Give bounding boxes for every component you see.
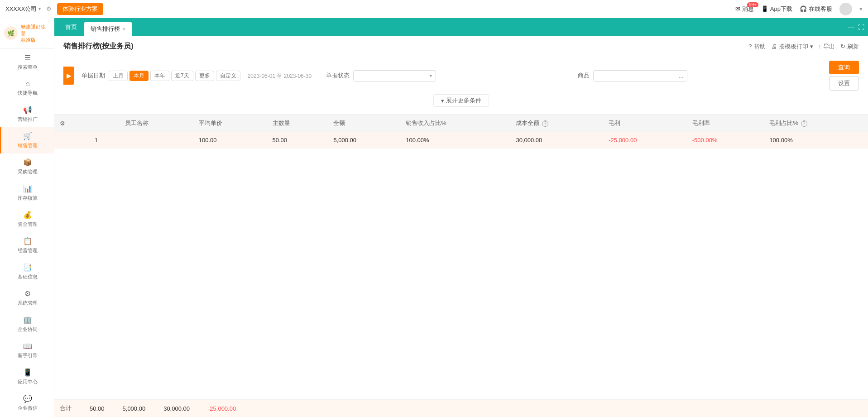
main-container: 🌿 畅康通好生意 标准版 ☰ 搜索菜单 ⌂ 快捷导航 📢 营销推广 🛒 销售管理…	[0, 18, 868, 417]
sidebar-item-sales[interactable]: 🛒 销售管理	[0, 127, 54, 153]
col-gross: 毛利	[603, 115, 687, 132]
data-table-wrap: ⚙ 员工名称 平均单价 主数量 全额 销售收入占比% 成本全额 ? 毛利 毛利率…	[54, 115, 868, 399]
col-cost: 成本全额 ?	[510, 115, 603, 132]
print-label: 按模板打印	[779, 43, 808, 51]
page-header: 销售排行榜(按业务员) ? 帮助 🖨 按模板打印 ▾ ↑ 导出	[54, 36, 868, 55]
tab-bar: 首页 销售排行榜 × — ⛶	[54, 18, 868, 36]
date-btn-custom[interactable]: 自定义	[216, 71, 240, 81]
tab-sales-ranking[interactable]: 销售排行榜 ×	[84, 22, 132, 36]
company-name: XXXXX公司	[5, 5, 37, 13]
question-icon: ?	[748, 43, 752, 50]
cell-cost: 30,000.00	[510, 132, 603, 149]
date-btn-more[interactable]: 更多	[195, 71, 214, 81]
footer-label: 合计	[60, 404, 72, 412]
cell-qty: 50.00	[267, 132, 328, 149]
status-dropdown-icon: ▾	[430, 73, 432, 78]
date-btn-current-month[interactable]: 本月	[129, 71, 149, 81]
refresh-label: 刷新	[847, 43, 859, 51]
print-icon: 🖨	[771, 43, 777, 50]
table-footer: 合计 50.00 5,000.00 30,000.00 -25,000.00	[54, 399, 868, 417]
sidebar: 🌿 畅康通好生意 标准版 ☰ 搜索菜单 ⌂ 快捷导航 📢 营销推广 🛒 销售管理…	[0, 18, 54, 417]
app-download-button[interactable]: 📱 App下载	[761, 5, 792, 13]
header-actions: ? 帮助 🖨 按模板打印 ▾ ↑ 导出 ↻ 刷新	[748, 43, 859, 51]
print-button[interactable]: 🖨 按模板打印 ▾	[771, 43, 813, 51]
sidebar-item-marketing[interactable]: 📢 营销推广	[0, 101, 54, 127]
sidebar-item-label: 资金管理	[18, 221, 38, 228]
cell-avg-price: 100.00	[193, 132, 267, 149]
app-download-label: App下载	[770, 5, 792, 13]
sidebar-item-label: 企业协同	[18, 326, 38, 333]
sidebar-item-label: 系统管理	[18, 300, 38, 307]
chevron-down-icon: ▾	[38, 6, 41, 11]
sidebar-item-guide[interactable]: 📖 新手引导	[0, 337, 54, 364]
avatar[interactable]	[839, 3, 852, 15]
minimize-icon[interactable]: —	[848, 24, 854, 31]
filter-collapse-button[interactable]: ▶	[63, 67, 74, 85]
sidebar-item-inventory[interactable]: 📊 库存核算	[0, 180, 54, 206]
sidebar-item-basic-info[interactable]: 📑 基础信息	[0, 259, 54, 285]
cell-gross-rate: -500.00%	[687, 132, 764, 149]
date-btn-prev-month[interactable]: 上月	[109, 71, 128, 81]
goods-ellipsis[interactable]: ...	[679, 72, 684, 79]
enterprise-icon: 🏢	[23, 316, 32, 324]
message-button[interactable]: ✉ 消息 99+	[735, 5, 754, 13]
cell-settings	[54, 132, 89, 149]
tab-home[interactable]: 首页	[58, 18, 84, 36]
wechat-icon: 💬	[23, 394, 32, 403]
col-qty: 主数量	[267, 115, 328, 132]
sidebar-item-label: 新手引导	[18, 352, 38, 359]
footer-amount: 5,000.00	[123, 405, 146, 412]
sidebar-item-wechat[interactable]: 💬 企业微信	[0, 390, 54, 416]
sidebar-item-quick-nav[interactable]: ⌂ 快捷导航	[0, 75, 54, 101]
settings-col-icon: ⚙	[60, 120, 65, 127]
operation-icon: 📋	[23, 237, 32, 245]
sidebar-logo: 🌿 畅康通好生意 标准版	[0, 18, 54, 49]
trial-button[interactable]: 体验行业方案	[57, 3, 103, 15]
help-label: 帮助	[754, 43, 766, 51]
col-name: 员工名称	[120, 115, 193, 132]
sidebar-item-finance[interactable]: 💰 资金管理	[0, 206, 54, 232]
company-selector[interactable]: XXXXX公司 ▾	[5, 5, 41, 13]
goods-input-wrap[interactable]: ...	[593, 70, 688, 81]
gear-icon[interactable]: ⚙	[46, 5, 52, 12]
sidebar-item-operation[interactable]: 📋 经营管理	[0, 232, 54, 259]
sales-icon: 🛒	[23, 132, 32, 140]
settings-button[interactable]: 设置	[829, 76, 859, 91]
expand-label: 展开更多条件	[446, 96, 481, 105]
logo-text: 畅康通好生意 标准版	[21, 24, 50, 43]
cost-info-icon[interactable]: ?	[542, 120, 548, 127]
date-btn-7days[interactable]: 近7天	[171, 71, 193, 81]
gross-pct-info-icon[interactable]: ?	[801, 120, 807, 127]
finance-icon: 💰	[23, 211, 32, 219]
inventory-icon: 📊	[23, 184, 32, 193]
cell-sales-pct: 100.00%	[400, 132, 510, 149]
sidebar-item-label: 应用中心	[18, 379, 38, 385]
help-button[interactable]: ? 帮助	[748, 43, 765, 51]
export-button[interactable]: ↑ 导出	[819, 43, 835, 51]
query-button[interactable]: 查询	[829, 61, 859, 74]
close-icon[interactable]: ×	[123, 26, 125, 32]
status-input[interactable]	[357, 72, 430, 79]
sidebar-item-label: 库存核算	[18, 195, 38, 201]
expand-conditions-button[interactable]: ▾ 展开更多条件	[433, 94, 489, 107]
date-btn-current-year[interactable]: 本年	[150, 71, 169, 81]
svg-text:🌿: 🌿	[7, 30, 15, 37]
cell-rank: 1	[89, 132, 120, 149]
sidebar-item-label: 采购管理	[18, 168, 38, 175]
sidebar-item-search-order[interactable]: ☰ 搜索菜单	[0, 49, 54, 75]
col-settings[interactable]: ⚙	[54, 115, 89, 132]
sidebar-item-system[interactable]: ⚙ 系统管理	[0, 285, 54, 311]
col-rank	[89, 115, 120, 132]
goods-input[interactable]	[597, 72, 679, 79]
status-input-wrap[interactable]: ▾	[353, 70, 436, 81]
table-header-row: ⚙ 员工名称 平均单价 主数量 全额 销售收入占比% 成本全额 ? 毛利 毛利率…	[54, 115, 868, 132]
refresh-button[interactable]: ↻ 刷新	[840, 43, 859, 51]
sidebar-item-purchase[interactable]: 📦 采购管理	[0, 153, 54, 180]
sidebar-item-enterprise[interactable]: 🏢 企业协同	[0, 311, 54, 337]
table-row[interactable]: 1 100.00 50.00 5,000.00 100.00% 30,000.0…	[54, 132, 868, 149]
page-content: 销售排行榜(按业务员) ? 帮助 🖨 按模板打印 ▾ ↑ 导出	[54, 36, 868, 417]
maximize-icon[interactable]: ⛶	[858, 24, 864, 31]
sidebar-item-label: 企业微信	[18, 405, 38, 412]
sidebar-item-app-center[interactable]: 📱 应用中心	[0, 364, 54, 390]
online-service-button[interactable]: 🎧 在线客服	[800, 5, 832, 13]
